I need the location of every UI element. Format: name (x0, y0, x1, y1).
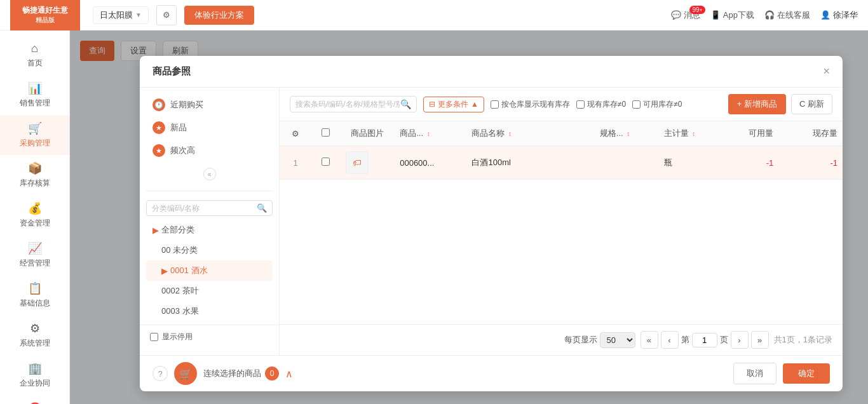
sales-icon: 📊 (28, 81, 42, 95)
next-page-btn[interactable]: › (731, 331, 749, 349)
last-page-btn[interactable]: » (751, 331, 769, 349)
quick-link-recent[interactable]: 🕐 近期购买 (146, 94, 273, 116)
sidebar-item-system[interactable]: ⚙ 系统管理 (0, 315, 69, 355)
inventory-icon: 📦 (28, 161, 42, 175)
row-checkbox[interactable] (322, 158, 330, 166)
message-icon: 💬 (671, 10, 681, 20)
warehouse-filter-toggle[interactable]: 按仓库显示现有库存 (491, 99, 570, 110)
col-header-name[interactable]: 商品名称 ↕ (466, 121, 594, 146)
more-conditions-label: 更多条件 (438, 99, 468, 110)
store-selector[interactable]: 日太阳膜 ▼ (93, 6, 149, 24)
available-stock-checkbox[interactable] (632, 100, 641, 109)
cat-0003[interactable]: 0003 水果 (146, 301, 273, 321)
category-search-box: 🔍 (146, 200, 273, 216)
col-header-settings[interactable]: ⚙ (280, 121, 311, 146)
row-checkbox-cell[interactable] (311, 146, 340, 180)
show-disabled-checkbox[interactable] (150, 333, 158, 341)
footer-collapse-icon[interactable]: ∧ (285, 368, 293, 380)
app-download-btn[interactable]: 📱 App下载 (710, 10, 754, 21)
product-search-input[interactable] (295, 100, 400, 109)
current-stock-filter-toggle[interactable]: 现有库存≠0 (576, 99, 626, 110)
pagination-bar: 每页显示 50 100 « ‹ 第 页 › (280, 324, 843, 355)
col-header-code[interactable]: 商品... ↕ (395, 121, 466, 146)
available-stock-filter-toggle[interactable]: 可用库存≠0 (632, 99, 682, 110)
sidebar-item-basic-info[interactable]: 📋 基础信息 (0, 275, 69, 315)
sidebar-label-operations: 经营管理 (20, 258, 50, 269)
current-stock-checkbox[interactable] (576, 100, 585, 109)
show-disabled-toggle[interactable]: 显示停用 (140, 325, 279, 349)
sidebar-item-sales[interactable]: 📊 销售管理 (0, 75, 69, 115)
category-search-input[interactable] (152, 204, 257, 213)
prev-page-btn[interactable]: ‹ (661, 331, 679, 349)
logo: 畅捷通好生意 精品版 (10, 0, 80, 30)
service-label: 在线客服 (777, 10, 810, 21)
online-service-btn[interactable]: 🎧 在线客服 (764, 10, 810, 21)
first-page-btn[interactable]: « (641, 331, 658, 349)
cat-all-label: 全部分类 (161, 224, 194, 236)
cat-all[interactable]: ▶ 全部分类 (146, 220, 273, 240)
footer-left: ? 🛒 连续选择的商品 0 ∧ (153, 362, 293, 385)
modal-close-btn[interactable]: × (823, 65, 830, 78)
chevron-up-icon: ▲ (471, 100, 478, 109)
page-navigation: « ‹ 第 页 › » (641, 331, 769, 349)
per-page-select[interactable]: 50 100 (600, 332, 635, 348)
quick-link-new[interactable]: ★ 新品 (146, 117, 273, 138)
user-name: 徐泽华 (833, 10, 858, 21)
cart-btn[interactable]: 🛒 (174, 362, 197, 385)
col-spec-label: 规格... (600, 128, 623, 138)
row-spec (595, 146, 659, 180)
quick-link-frequent[interactable]: ★ 频次高 (146, 140, 273, 161)
help-btn[interactable]: ? (153, 366, 168, 381)
refresh-btn[interactable]: C 刷新 (791, 94, 832, 114)
table-row[interactable]: 1 🏷 000600... (280, 146, 843, 180)
product-search-icon[interactable]: 🔍 (400, 99, 411, 109)
warehouse-filter-label: 按仓库显示现有库存 (501, 99, 570, 110)
row-index: 1 (280, 146, 311, 180)
row-name: 白酒100ml (466, 146, 594, 180)
cat-00[interactable]: 00 未分类 (146, 240, 273, 260)
add-product-btn[interactable]: + 新增商品 (728, 94, 786, 114)
cat-0003-label: 0003 水果 (161, 306, 199, 317)
page-number-input[interactable] (692, 333, 717, 347)
table-settings-icon[interactable]: ⚙ (292, 129, 299, 138)
select-all-checkbox[interactable] (322, 128, 330, 137)
logo-text: 畅捷通好生意 精品版 (22, 6, 68, 24)
warehouse-filter-checkbox[interactable] (491, 100, 499, 109)
col-header-img: 商品图片 (341, 121, 395, 146)
cat-0001[interactable]: ▶ 0001 酒水 (146, 260, 273, 281)
message-btn[interactable]: 💬 消息 99+ (671, 10, 700, 21)
sidebar-item-guide[interactable]: 🎯 新手引导 (0, 395, 69, 404)
message-badge: 99+ (689, 6, 705, 14)
experience-btn[interactable]: 体验行业方案 (184, 6, 254, 25)
col-header-spec[interactable]: 规格... ↕ (595, 121, 659, 146)
thumb-placeholder: 🏷 (353, 158, 362, 168)
home-icon: ⌂ (31, 42, 38, 55)
headset-icon: 🎧 (764, 10, 775, 20)
user-profile[interactable]: 👤 徐泽华 (820, 10, 858, 21)
collapse-left-btn[interactable]: « (203, 168, 216, 180)
sidebar-item-purchase[interactable]: 🛒 采购管理 (0, 115, 69, 155)
confirm-btn[interactable]: 确定 (783, 363, 830, 384)
category-search-icon[interactable]: 🔍 (257, 203, 267, 213)
col-header-unit[interactable]: 主计量 ↕ (659, 121, 715, 146)
category-list: ▶ 全部分类 00 未分类 ▶ 0001 酒水 0002 茶叶 (140, 220, 279, 325)
top-navbar: 畅捷通好生意 精品版 日太阳膜 ▼ ⚙ 体验行业方案 💬 消息 99+ 📱 Ap… (0, 0, 868, 30)
quick-links: 🕐 近期购买 ★ 新品 ★ 频次高 (140, 94, 279, 163)
cancel-btn[interactable]: 取消 (733, 363, 776, 384)
recent-icon: 🕐 (153, 98, 165, 111)
sidebar-item-inventory[interactable]: 📦 库存核算 (0, 155, 69, 195)
frequent-icon: ★ (153, 144, 165, 157)
cat-0002[interactable]: 0002 茶叶 (146, 281, 273, 301)
col-name-label: 商品名称 (471, 128, 505, 138)
sidebar-item-operations[interactable]: 📈 经营管理 (0, 235, 69, 275)
sidebar-item-home[interactable]: ⌂ 首页 (0, 36, 69, 75)
more-conditions-btn[interactable]: ⊟ 更多条件 ▲ (423, 97, 484, 112)
new-product-icon: ★ (153, 121, 165, 134)
sort-spec-icon: ↕ (627, 130, 630, 137)
new-label: 新品 (170, 122, 187, 133)
sidebar-item-finance[interactable]: 💰 资金管理 (0, 195, 69, 235)
settings-icon[interactable]: ⚙ (156, 5, 177, 25)
col-header-stock: 现存量 (778, 121, 843, 146)
freq-label: 频次高 (170, 145, 195, 156)
sidebar-item-enterprise[interactable]: 🏢 企业协同 (0, 355, 69, 395)
